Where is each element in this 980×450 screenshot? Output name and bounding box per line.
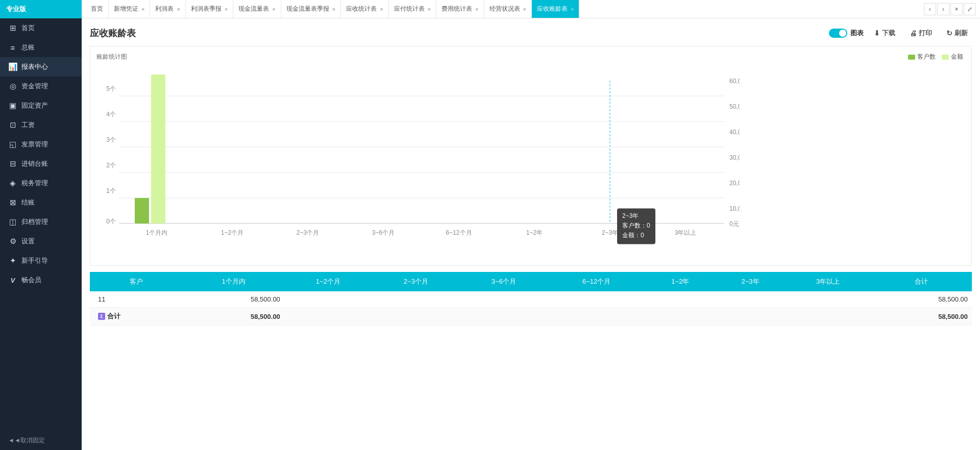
total-m1: 58,500.00 (183, 308, 284, 326)
sidebar-item-archive[interactable]: ◫ 归档管理 (0, 212, 82, 232)
cell-y3plus (786, 291, 871, 308)
aging-table: 客户 1个月内 1~2个月 2~3个月 3~6个月 6~12个月 1~2年 2~… (90, 272, 972, 326)
tab-nav-buttons: ‹ › × ⤢ (924, 3, 976, 15)
total-total: 58,500.00 (871, 308, 972, 326)
legend-amount-label: 金额 (951, 53, 963, 61)
col-header-m612: 6~12个月 (548, 272, 645, 291)
tab-biz-status[interactable]: 经营状况表 × (484, 0, 532, 18)
tab-cashflow-close[interactable]: × (272, 6, 275, 12)
sidebar-item-member[interactable]: V 畅会员 (0, 270, 82, 290)
tab-home[interactable]: 首页 (86, 0, 109, 18)
tab-fullscreen[interactable]: ⤢ (964, 3, 976, 15)
refresh-button[interactable]: ↻ 刷新 (942, 27, 972, 40)
total-text: 合计 (107, 312, 120, 321)
svg-text:20,000.00元: 20,000.00元 (729, 180, 740, 187)
tab-profit-close[interactable]: × (177, 6, 180, 12)
sidebar-item-sales[interactable]: ⊟ 进销台账 (0, 154, 82, 173)
wages-icon: ⊡ (8, 120, 17, 130)
tab-close-all[interactable]: × (950, 3, 963, 15)
svg-text:1~2个月: 1~2个月 (221, 229, 243, 236)
sidebar-item-invoices[interactable]: ◱ 发票管理 (0, 135, 82, 154)
main-area: 首页 新增凭证 × 利润表 × 利润表季报 × 现金流量表 × 现金流量表季报 … (82, 0, 980, 450)
download-label: 下载 (882, 29, 895, 38)
total-m23 (372, 308, 460, 326)
content-area: 应收账龄表 图表 ⬇ 下载 🖨 打印 ↻ 刷新 (82, 18, 980, 450)
cell-m612 (548, 291, 645, 308)
svg-text:3个: 3个 (106, 136, 116, 143)
svg-text:40,000.00元: 40,000.00元 (729, 129, 740, 136)
tab-scroll-right[interactable]: › (937, 3, 949, 15)
svg-text:4个: 4个 (106, 111, 116, 118)
sidebar-item-guide[interactable]: ✦ 新手引导 (0, 251, 82, 270)
download-button[interactable]: ⬇ 下载 (870, 27, 899, 40)
tab-ar-aging[interactable]: 应收账龄表 × (532, 0, 579, 18)
tab-profit-quarter[interactable]: 利润表季报 × (186, 0, 233, 18)
tab-profit[interactable]: 利润表 × (150, 0, 185, 18)
tab-cashflow[interactable]: 现金流量表 × (233, 0, 281, 18)
sidebar-item-tax[interactable]: ◈ 税务管理 (0, 173, 82, 193)
tab-ar-stat-close[interactable]: × (380, 6, 383, 12)
svg-text:2~3年: 2~3年 (602, 229, 618, 236)
total-m36 (460, 308, 548, 326)
print-label: 打印 (919, 29, 932, 38)
refresh-label: 刷新 (954, 29, 968, 38)
sidebar-item-label: 固定资产 (21, 101, 48, 110)
sidebar-item-ledger[interactable]: ≡ 总账 (0, 38, 82, 57)
cell-m36 (460, 291, 548, 308)
assets-icon: ▣ (8, 101, 17, 110)
sidebar-item-settings[interactable]: ⚙ 设置 (0, 232, 82, 251)
member-icon: V (8, 277, 17, 284)
tab-cashflow-quarter[interactable]: 现金流量表季报 × (281, 0, 341, 18)
chart-svg-wrapper: 5个 4个 3个 2个 1个 0个 60,000.00元 50,000.00元 … (96, 65, 965, 259)
sales-icon: ⊟ (8, 159, 17, 168)
sidebar-item-label: 首页 (21, 23, 35, 33)
cell-total: 58,500.00 (871, 291, 972, 308)
sidebar-item-close[interactable]: ⊠ 结账 (0, 193, 82, 212)
guide-icon: ✦ (8, 256, 17, 265)
total-m612 (548, 308, 645, 326)
tab-ap-stat-close[interactable]: × (428, 6, 431, 12)
tab-expense-stat-close[interactable]: × (475, 6, 478, 12)
legend-amount-color (942, 55, 949, 60)
tab-ar-aging-close[interactable]: × (571, 6, 574, 12)
cell-m1: 58,500.00 (183, 291, 284, 308)
sidebar-item-assets[interactable]: ▣ 固定资产 (0, 96, 82, 115)
tab-ar-stat[interactable]: 应收统计表 × (341, 0, 388, 18)
toggle-track[interactable] (829, 29, 847, 38)
table-header-row: 客户 1个月内 1~2个月 2~3个月 3~6个月 6~12个月 1~2年 2~… (90, 272, 972, 291)
sidebar-item-home[interactable]: ⊞ 首页 (0, 18, 82, 38)
svg-text:30,000.00元: 30,000.00元 (729, 154, 740, 161)
tab-cashflow-quarter-close[interactable]: × (332, 6, 335, 12)
tab-ap-stat[interactable]: 应付统计表 × (389, 0, 436, 18)
toggle-label: 图表 (850, 29, 864, 38)
print-button[interactable]: 🖨 打印 (905, 27, 936, 40)
svg-text:60,000.00元: 60,000.00元 (729, 78, 740, 85)
svg-text:2~3个月: 2~3个月 (297, 229, 319, 236)
sidebar-item-label: 新手引导 (21, 256, 48, 265)
sidebar-item-reports[interactable]: 📊 报表中心 (0, 57, 82, 77)
bar-customers-1 (135, 198, 149, 223)
page-actions: 图表 ⬇ 下载 🖨 打印 ↻ 刷新 (829, 27, 972, 40)
sidebar-item-label: 畅会员 (21, 276, 41, 285)
svg-text:1~2年: 1~2年 (526, 229, 543, 236)
tab-biz-status-close[interactable]: × (523, 6, 526, 12)
tab-voucher[interactable]: 新增凭证 × (109, 0, 150, 18)
tab-voucher-label: 新增凭证 (114, 5, 138, 13)
col-header-m23: 2~3个月 (372, 272, 460, 291)
chart-toggle[interactable]: 图表 (829, 29, 864, 38)
tab-scroll-left[interactable]: ‹ (924, 3, 936, 15)
tab-profit-quarter-close[interactable]: × (225, 6, 228, 12)
tab-expense-stat[interactable]: 费用统计表 × (436, 0, 484, 18)
sidebar-item-funds[interactable]: ◎ 资金管理 (0, 77, 82, 96)
col-header-total: 合计 (871, 272, 972, 291)
svg-text:1个: 1个 (106, 187, 116, 194)
sidebar-pin-toggle[interactable]: ◄◄取消固定 (0, 431, 82, 450)
tab-voucher-close[interactable]: × (141, 6, 144, 12)
total-row: Σ 合计 58,500.00 58,500.00 (90, 308, 972, 326)
sidebar-item-label: 结账 (21, 198, 35, 207)
tab-ar-stat-label: 应收统计表 (346, 5, 377, 13)
tab-biz-status-label: 经营状况表 (489, 5, 520, 13)
funds-icon: ◎ (8, 82, 17, 91)
sidebar-item-wages[interactable]: ⊡ 工资 (0, 115, 82, 135)
svg-text:50,000.00元: 50,000.00元 (729, 103, 740, 110)
